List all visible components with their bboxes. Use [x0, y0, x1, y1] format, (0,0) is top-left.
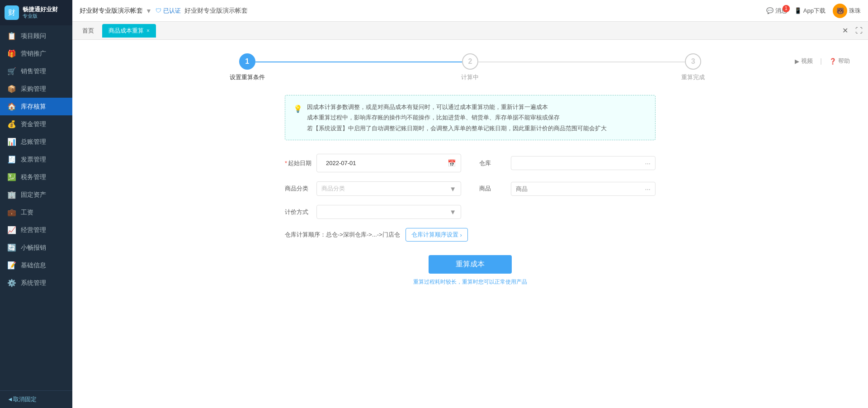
user-avatar-button[interactable]: 🐻 珠珠: [833, 4, 861, 18]
step-1: 1 设置重算条件: [136, 53, 359, 81]
expand-icon[interactable]: ⛶: [854, 25, 864, 37]
nav-label-assets: 固定资产: [21, 191, 46, 199]
calendar-icon[interactable]: 📅: [448, 159, 456, 167]
sidebar-footer-unpin[interactable]: ◄取消固定: [0, 390, 72, 408]
form-row-1: *起始日期 📅 仓库 ···: [285, 154, 656, 172]
nav-icon-inventory: 🏠: [7, 102, 16, 111]
help-link[interactable]: ❓ 帮助: [829, 57, 850, 65]
pricing-group: 计价方式 ▼: [285, 205, 461, 219]
sidebar-item-purchase[interactable]: 📦采购管理: [0, 80, 72, 98]
category-select[interactable]: 商品分类 ▼: [316, 181, 461, 196]
tab-home-label: 首页: [82, 27, 94, 35]
tab-cost-recalc[interactable]: 商品成本重算 ×: [102, 24, 156, 38]
nav-label-finance: 资金管理: [21, 120, 46, 128]
topbar: 好业财专业版演示帐套 ▼ 🛡 已认证 好业财专业版演示帐套 💬 消息 1 📱 A…: [72, 0, 868, 22]
tab-active-label: 商品成本重算: [108, 27, 144, 35]
sidebar-item-salary[interactable]: 💼工资: [0, 204, 72, 221]
start-date-input[interactable]: [321, 157, 445, 169]
step-2-label: 计算中: [461, 73, 479, 81]
sidebar-item-system[interactable]: ⚙️系统管理: [0, 274, 72, 292]
message-icon: 💬: [766, 7, 774, 14]
info-content: 因成本计算参数调整，或是对商品成本有疑问时，可以通过成本重算功能，重新计算一遍成…: [307, 102, 607, 133]
sidebar-item-assets[interactable]: 🏢固定资产: [0, 186, 72, 204]
nav-label-expense: 小畅报销: [21, 244, 46, 252]
sidebar-item-accounting[interactable]: 📊总账管理: [0, 133, 72, 151]
goods-input-wrapper[interactable]: ···: [511, 182, 656, 196]
info-box: 💡 因成本计算参数调整，或是对商品成本有疑问时，可以通过成本重算功能，重新计算一…: [285, 95, 656, 140]
required-star: *: [285, 160, 287, 166]
sidebar: 财 畅捷通好业财 专业版 📋项目顾问🎁营销推广🛒销售管理📦采购管理🏠库存核算💰资…: [0, 0, 72, 408]
sidebar-item-invoice[interactable]: 🧾发票管理: [0, 151, 72, 168]
nav-label-operations: 经营管理: [21, 226, 46, 234]
close-window-icon[interactable]: ✕: [840, 24, 850, 37]
nav-label-marketing: 营销推广: [21, 50, 46, 58]
sidebar-item-operations[interactable]: 📈经营管理: [0, 221, 72, 239]
nav-icon-assets: 🏢: [7, 190, 16, 199]
sidebar-item-tax[interactable]: 💹税务管理: [0, 168, 72, 186]
notification-badge: 1: [783, 5, 790, 12]
helper-actions: ▶ 视频 | ❓ 帮助: [795, 57, 850, 65]
start-date-input-wrapper[interactable]: 📅: [316, 154, 461, 172]
main-content: 1 设置重算条件 2 计算中 3 重算完成 ▶ 视频 | ❓: [72, 40, 868, 408]
sidebar-item-basic[interactable]: 📝基础信息: [0, 256, 72, 274]
sidebar-item-finance[interactable]: 💰资金管理: [0, 115, 72, 133]
sidebar-item-inventory[interactable]: 🏠库存核算: [0, 98, 72, 115]
main-area: 好业财专业版演示帐套 ▼ 🛡 已认证 好业财专业版演示帐套 💬 消息 1 📱 A…: [72, 0, 868, 408]
brand-name: 畅捷通好业财: [23, 6, 58, 13]
sidebar-item-sales[interactable]: 🛒销售管理: [0, 62, 72, 80]
tabbar-controls: ✕ ⛶: [840, 24, 868, 37]
tabbar: 首页 商品成本重算 × ✕ ⛶: [72, 22, 868, 40]
warehouse-more-icon[interactable]: ···: [645, 159, 651, 167]
step-3-label: 重算完成: [681, 73, 705, 81]
start-date-group: *起始日期 📅: [285, 154, 461, 172]
goods-input[interactable]: [516, 185, 642, 192]
verified-badge: 🛡 已认证: [156, 7, 181, 15]
info-icon: 💡: [293, 103, 302, 133]
nav-icon-operations: 📈: [7, 226, 16, 234]
app-logo-icon: 财: [5, 5, 19, 20]
nav-label-tax: 税务管理: [21, 173, 46, 181]
pricing-label: 计价方式: [285, 208, 312, 216]
stepper: 1 设置重算条件 2 计算中 3 重算完成 ▶ 视频 | ❓: [90, 53, 850, 81]
nav-icon-salary: 💼: [7, 208, 16, 217]
video-link[interactable]: ▶ 视频: [795, 57, 813, 65]
goods-more-icon[interactable]: ···: [645, 185, 651, 193]
message-button[interactable]: 💬 消息 1: [766, 7, 787, 15]
tab-home[interactable]: 首页: [76, 24, 100, 38]
account-selector[interactable]: 好业财专业版演示帐套 ▼: [80, 7, 152, 15]
shield-icon: 🛡: [156, 7, 161, 14]
avatar: 🐻: [833, 4, 847, 18]
nav-icon-expense: 🔄: [7, 243, 16, 252]
category-placeholder: 商品分类: [321, 185, 345, 193]
form-row-3: 计价方式 ▼: [285, 205, 656, 219]
nav-label-purchase: 采购管理: [21, 85, 46, 93]
form-row-2: 商品分类 商品分类 ▼ 商品 ···: [285, 181, 656, 196]
submit-area: 重算成本 重算过程耗时较长，重算时您可以正常使用产品: [285, 255, 656, 286]
warehouse-input[interactable]: [516, 160, 642, 166]
question-icon: ❓: [829, 58, 836, 65]
help-label: 帮助: [838, 57, 850, 65]
recalculate-button[interactable]: 重算成本: [429, 255, 512, 274]
step-3-circle: 3: [685, 53, 701, 70]
company-name: 好业财专业版演示帐套: [184, 7, 248, 15]
sidebar-item-project[interactable]: 📋项目顾问: [0, 27, 72, 45]
app-download-button[interactable]: 📱 App下载: [794, 7, 826, 15]
nav-label-salary: 工资: [21, 209, 33, 217]
submit-hint: 重算过程耗时较长，重算时您可以正常使用产品: [285, 278, 656, 286]
account-dropdown-icon[interactable]: ▼: [146, 7, 152, 14]
sidebar-item-expense[interactable]: 🔄小畅报销: [0, 239, 72, 256]
sidebar-item-marketing[interactable]: 🎁营销推广: [0, 45, 72, 62]
goods-group: 商品 ···: [479, 182, 656, 196]
warehouse-order-row: 仓库计算顺序： 总仓->深圳仓库->...->门店仓 仓库计算顺序设置 ›: [285, 228, 656, 242]
pricing-select[interactable]: ▼: [316, 205, 461, 219]
step-2-circle: 2: [462, 53, 478, 70]
nav-icon-sales: 🛒: [7, 67, 16, 76]
warehouse-order-settings-button[interactable]: 仓库计算顺序设置 ›: [406, 228, 468, 242]
verified-label: 已认证: [163, 7, 181, 15]
unpin-label: ◄取消固定: [7, 395, 37, 403]
account-name: 好业财专业版演示帐套: [80, 7, 143, 15]
tab-close-icon[interactable]: ×: [146, 28, 150, 34]
warehouse-input-wrapper[interactable]: ···: [511, 156, 656, 170]
nav-label-inventory: 库存核算: [21, 103, 46, 111]
topbar-actions: 💬 消息 1 📱 App下载 🐻 珠珠: [766, 4, 861, 18]
